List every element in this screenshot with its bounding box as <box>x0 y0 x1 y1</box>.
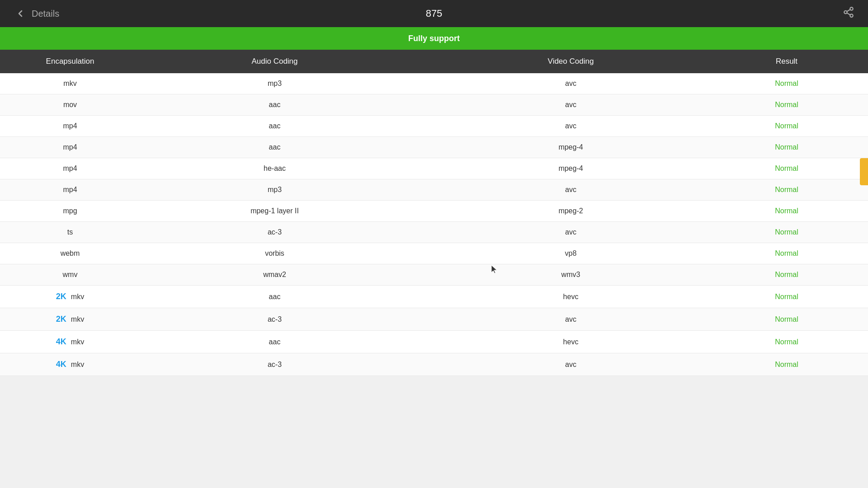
cell-audio: mpeg-1 layer II <box>127 207 423 215</box>
encapsulation-value: mkv <box>71 338 84 346</box>
support-banner: Fully support <box>0 27 868 50</box>
cell-video: hevc <box>423 293 719 301</box>
cell-audio: aac <box>127 143 423 151</box>
cell-video: avc <box>423 101 719 109</box>
share-icon[interactable] <box>843 6 854 21</box>
resolution-badge-4k: 4K <box>56 337 66 347</box>
cell-result: Normal <box>719 143 854 151</box>
cell-result: Normal <box>719 271 854 279</box>
table-row: webmvorbisvp8Normal <box>0 243 868 264</box>
encapsulation-value: wmv <box>63 271 78 279</box>
screen: Details 875 Fully support Encapsulation … <box>0 0 868 488</box>
cell-audio: aac <box>127 122 423 130</box>
cell-encapsulation: 4Kmkv <box>14 360 127 369</box>
cell-encapsulation: 2Kmkv <box>14 292 127 301</box>
encapsulation-value: mkv <box>71 293 84 301</box>
cell-encapsulation: mp4 <box>14 122 127 130</box>
table-body: mkvmp3avcNormalmovaacavcNormalmp4aacavcN… <box>0 73 868 376</box>
cell-video: mpeg-2 <box>423 207 719 215</box>
encapsulation-value: mov <box>63 101 77 109</box>
cell-encapsulation: mp4 <box>14 186 127 194</box>
cell-video: avc <box>423 186 719 194</box>
cell-video: wmv3 <box>423 271 719 279</box>
cell-encapsulation: webm <box>14 249 127 258</box>
cell-encapsulation: mkv <box>14 80 127 88</box>
cell-result: Normal <box>719 361 854 369</box>
cell-audio: mp3 <box>127 186 423 194</box>
cell-encapsulation: mp4 <box>14 164 127 173</box>
encapsulation-value: mp4 <box>63 164 77 173</box>
cell-result: Normal <box>719 186 854 194</box>
table-row: mpgmpeg-1 layer IImpeg-2Normal <box>0 201 868 222</box>
table-row: 4KmkvaachevcNormal <box>0 331 868 353</box>
cell-audio: aac <box>127 101 423 109</box>
col-header-encapsulation: Encapsulation <box>14 57 127 66</box>
header-title: Details <box>32 9 59 19</box>
table-row: mp4he-aacmpeg-4Normal <box>0 158 868 179</box>
resolution-badge-2k: 2K <box>56 292 66 301</box>
table-row: mp4aacavcNormal <box>0 116 868 137</box>
cell-video: avc <box>423 315 719 324</box>
encapsulation-value: mp4 <box>63 122 77 130</box>
table-row: wmvwmav2wmv3Normal <box>0 264 868 286</box>
encapsulation-value: mkv <box>71 361 84 369</box>
encapsulation-value: mp4 <box>63 143 77 151</box>
col-header-audio: Audio Coding <box>127 57 423 66</box>
right-tab[interactable] <box>860 158 868 185</box>
col-header-video: Video Coding <box>423 57 719 66</box>
encapsulation-value: mkv <box>63 80 76 88</box>
cell-encapsulation: mov <box>14 101 127 109</box>
cell-video: mpeg-4 <box>423 164 719 173</box>
support-banner-text: Fully support <box>408 34 460 43</box>
table-header: Encapsulation Audio Coding Video Coding … <box>0 50 868 73</box>
cell-result: Normal <box>719 315 854 324</box>
resolution-badge-2k: 2K <box>56 314 66 324</box>
table-row: tsac-3avcNormal <box>0 222 868 243</box>
cell-video: vp8 <box>423 249 719 258</box>
cell-result: Normal <box>719 207 854 215</box>
table-row: 2KmkvaachevcNormal <box>0 286 868 308</box>
encapsulation-value: webm <box>61 249 80 258</box>
cell-audio: aac <box>127 338 423 346</box>
cell-video: hevc <box>423 338 719 346</box>
cell-result: Normal <box>719 249 854 258</box>
cell-audio: aac <box>127 293 423 301</box>
table-row: 4Kmkvac-3avcNormal <box>0 353 868 376</box>
encapsulation-value: mkv <box>71 315 84 324</box>
table-row: mp4mp3avcNormal <box>0 179 868 201</box>
header-bar: Details 875 <box>0 0 868 27</box>
cell-result: Normal <box>719 228 854 236</box>
cell-result: Normal <box>719 293 854 301</box>
cell-audio: wmav2 <box>127 271 423 279</box>
cell-result: Normal <box>719 338 854 346</box>
cell-audio: ac-3 <box>127 315 423 324</box>
cell-video: avc <box>423 361 719 369</box>
cell-audio: mp3 <box>127 80 423 88</box>
cell-encapsulation: mp4 <box>14 143 127 151</box>
resolution-badge-4k: 4K <box>56 360 66 369</box>
cell-audio: ac-3 <box>127 361 423 369</box>
back-arrow-icon[interactable] <box>14 7 27 20</box>
cell-audio: ac-3 <box>127 228 423 236</box>
encapsulation-value: mp4 <box>63 186 77 194</box>
cell-audio: he-aac <box>127 164 423 173</box>
table-row: 2Kmkvac-3avcNormal <box>0 308 868 331</box>
cell-encapsulation: wmv <box>14 271 127 279</box>
cell-audio: vorbis <box>127 249 423 258</box>
svg-line-4 <box>847 9 850 11</box>
svg-line-3 <box>847 13 850 15</box>
encapsulation-value: mpg <box>63 207 77 215</box>
cell-encapsulation: 4Kmkv <box>14 337 127 347</box>
cell-result: Normal <box>719 164 854 173</box>
cell-video: avc <box>423 228 719 236</box>
table-row: mp4aacmpeg-4Normal <box>0 137 868 158</box>
cell-result: Normal <box>719 80 854 88</box>
table-row: movaacavcNormal <box>0 94 868 116</box>
cell-result: Normal <box>719 101 854 109</box>
table-row: mkvmp3avcNormal <box>0 73 868 94</box>
back-button[interactable]: Details <box>14 7 59 20</box>
cell-encapsulation: ts <box>14 228 127 236</box>
cell-video: avc <box>423 122 719 130</box>
cell-encapsulation: mpg <box>14 207 127 215</box>
cell-encapsulation: 2Kmkv <box>14 314 127 324</box>
